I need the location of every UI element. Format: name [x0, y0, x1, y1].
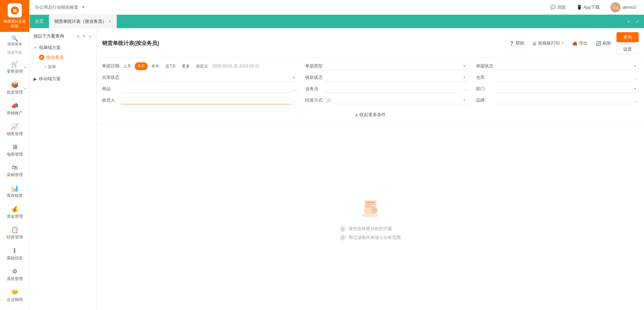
- settlement-select[interactable]: [334, 96, 468, 104]
- avatar: Ea: [610, 2, 621, 12]
- settlement-tag-close[interactable]: ×: [327, 98, 330, 103]
- app-download-button[interactable]: 📱 App下载: [574, 3, 602, 12]
- logo-icon: 畅: [8, 3, 22, 17]
- mobile-section-label: 移动端方案: [39, 76, 61, 82]
- left-panel: 按以下方案查询 + ✎ « ▼ 电脑端方案 按业务员: [30, 28, 97, 310]
- filter-consignee: 收货人 …: [102, 96, 297, 104]
- sidebar-item-sales[interactable]: 📈 销售管理: [0, 119, 29, 140]
- date-label: 单据日期: [102, 63, 121, 69]
- system-icon: ⚙: [12, 268, 17, 275]
- doc-status-select[interactable]: [495, 62, 639, 70]
- svg-point-3: [362, 213, 379, 217]
- date-btn-this-month[interactable]: 本月: [135, 62, 148, 70]
- sidebar: 畅 畅捷通好生意 标版 🔍 搜索菜单 快捷导航 🛒 零售管理 ▼ 📦 批发管理 …: [0, 0, 30, 310]
- warehouse-dots[interactable]: …: [634, 75, 639, 80]
- sidebar-item-operations[interactable]: 📋 经营管理: [0, 223, 29, 244]
- date-btn-custom[interactable]: 自定义: [194, 62, 210, 70]
- mobile-section-arrow: ▶: [34, 76, 37, 82]
- settlement-tag: ×: [325, 98, 332, 103]
- date-btn-this-year[interactable]: 本年: [149, 62, 162, 70]
- sidebar-item-retail[interactable]: 🛒 零售管理 ▼: [0, 57, 29, 78]
- collapse-conditions-button[interactable]: ∧ 收起更多条件: [355, 110, 386, 120]
- desktop-section-label: 电脑端方案: [39, 45, 61, 51]
- print-icon: 🖨: [532, 41, 537, 46]
- edit-scheme-button[interactable]: ✎: [82, 33, 87, 40]
- product-input[interactable]: [121, 85, 291, 93]
- sidebar-item-enterprise[interactable]: 🤝 企业协同: [0, 285, 29, 306]
- sidebar-logo[interactable]: 畅 畅捷通好生意 标版: [0, 0, 29, 32]
- scheme-order[interactable]: ≡ 按单: [30, 62, 96, 71]
- add-scheme-button[interactable]: +: [76, 33, 80, 40]
- brand-dots[interactable]: …: [634, 98, 639, 103]
- salesperson-dots[interactable]: …: [463, 86, 468, 92]
- consignee-input[interactable]: [121, 96, 291, 104]
- tab-active-label: 销货单统计表（按业务员）: [54, 18, 107, 24]
- message-button[interactable]: 💬 消息: [548, 3, 569, 12]
- sidebar-item-inventory[interactable]: 📊 库存核算: [0, 181, 29, 202]
- user-menu-button[interactable]: Ea demo2: [608, 1, 639, 14]
- query-button[interactable]: 查询: [616, 32, 639, 42]
- date-btn-more[interactable]: 更多: [179, 62, 192, 70]
- right-panel-header: 销货单统计表(按业务员) ❓ 帮助 🖨 按模板打印 ▼ 📤 导出: [97, 28, 644, 58]
- date-btn-last-month[interactable]: 上月: [121, 62, 133, 70]
- product-dots[interactable]: …: [292, 86, 297, 92]
- print-dropdown-icon: ▼: [561, 42, 564, 45]
- dept-select[interactable]: [495, 85, 639, 93]
- export-button[interactable]: 📤 导出: [570, 39, 590, 48]
- tab-close-icon[interactable]: ×: [109, 19, 111, 24]
- help-icon: ❓: [509, 41, 514, 46]
- svg-point-2: [41, 56, 42, 57]
- receipt-status-select[interactable]: [324, 73, 468, 82]
- tab-maximize-button[interactable]: ⤢: [633, 17, 641, 25]
- desktop-section-header[interactable]: ▼ 电脑端方案: [30, 43, 96, 52]
- brand-input[interactable]: [495, 96, 633, 104]
- empty-tips: 1 请先选择要分析的方案 2 用过滤条件来缩小分析范围: [340, 226, 401, 241]
- filter-dept: 部门: [476, 85, 639, 93]
- filter-row-2: 出库状态 收款状态: [102, 73, 639, 82]
- help-button[interactable]: ❓ 帮助: [506, 39, 527, 48]
- filter-out-status: 出库状态: [102, 73, 297, 82]
- search-menu-button[interactable]: 🔍 搜索菜单: [0, 32, 29, 49]
- left-panel-header: 按以下方案查询 + ✎ «: [30, 31, 96, 42]
- mobile-section-header[interactable]: ▶ 移动端方案: [30, 74, 96, 84]
- tab-close-button[interactable]: ×: [625, 17, 632, 25]
- finance-icon: 💰: [11, 205, 18, 213]
- mobile-section: ▶ 移动端方案: [30, 73, 96, 85]
- print-button[interactable]: 🖨 按模板打印 ▼: [530, 39, 567, 48]
- doc-type-select-wrapper: [324, 62, 468, 70]
- refresh-button[interactable]: 🔄 刷新: [593, 39, 614, 48]
- filter-warehouse: 仓库 …: [476, 73, 639, 82]
- sidebar-item-finance[interactable]: 💰 资金管理: [0, 202, 29, 223]
- dept-select-wrapper: [495, 85, 639, 93]
- settings-button[interactable]: 设置: [616, 44, 639, 54]
- doc-status-select-wrapper: [495, 62, 639, 70]
- filter-settlement: 结算方式 ×: [305, 96, 468, 104]
- settlement-select-wrapper: [334, 96, 468, 104]
- filter-row-3: 商品 … 业务员 … 部门: [102, 85, 639, 93]
- warehouse-input[interactable]: [495, 73, 633, 82]
- purchase-icon: 🛍: [12, 164, 18, 171]
- sidebar-item-ecommerce[interactable]: 🖥 电商管理: [0, 140, 29, 161]
- sidebar-item-system-label: 系统管理: [7, 276, 23, 282]
- sidebar-item-guide[interactable]: 📚 新手引导: [0, 306, 29, 310]
- sidebar-item-finance-label: 资金管理: [7, 214, 23, 219]
- enterprise-icon: 🤝: [11, 289, 18, 296]
- scheme-salesperson-icon: [39, 55, 44, 60]
- salesperson-input[interactable]: [324, 85, 462, 93]
- sidebar-item-wholesale[interactable]: 📦 批发管理 ▲: [0, 78, 29, 99]
- download-icon: 📱: [577, 5, 582, 10]
- main-area: 办公用品行业模拟账套 ▼ 💬 消息 📱 App下载 Ea demo2 首页: [30, 0, 644, 310]
- doc-type-select[interactable]: [324, 62, 468, 70]
- scheme-salesperson[interactable]: 按业务员: [30, 52, 96, 62]
- tab-home[interactable]: 首页: [30, 15, 49, 28]
- sidebar-item-purchase[interactable]: 🛍 采购管理: [0, 161, 29, 181]
- out-status-select[interactable]: [121, 73, 297, 82]
- collapse-panel-button[interactable]: «: [88, 33, 92, 40]
- tab-active[interactable]: 销货单统计表（按业务员） ×: [49, 15, 117, 28]
- consignee-dots[interactable]: …: [292, 98, 297, 103]
- sidebar-item-marketing[interactable]: 📣 营销推广: [0, 99, 29, 119]
- sidebar-item-basics[interactable]: ℹ 基础信息: [0, 244, 29, 264]
- date-btn-7days[interactable]: 近7天: [163, 62, 178, 70]
- breadcrumb-dropdown-icon[interactable]: ▼: [81, 5, 86, 10]
- sidebar-item-system[interactable]: ⚙ 系统管理: [0, 264, 29, 285]
